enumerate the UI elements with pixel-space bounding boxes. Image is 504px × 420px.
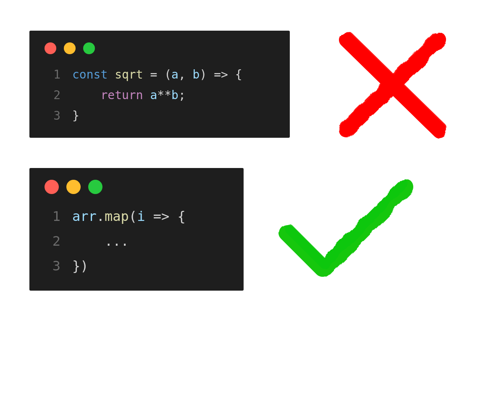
line-number: 1 [41, 64, 60, 85]
token-punct: . [97, 204, 105, 229]
token-punct: , [178, 64, 193, 85]
token-param: b [193, 64, 200, 85]
token-ellipsis: ... [105, 229, 129, 254]
code-line: 2 return a ** b ; [41, 85, 273, 105]
dot-max-icon [83, 42, 95, 54]
token-op: ** [157, 85, 171, 105]
check-icon [277, 171, 416, 288]
token-punct: ; [178, 85, 186, 105]
dot-min-icon [66, 180, 81, 194]
token-function: sqrt [115, 64, 143, 85]
example-row-correct: 1 arr . map ( i => { 2 ... 3 }) [0, 168, 504, 291]
example-row-wrong: 1 const sqrt = ( a , b ) => { 2 return a… [0, 25, 504, 143]
code-editor-correct: 1 arr . map ( i => { 2 ... 3 }) [29, 168, 244, 291]
token-punct: }) [72, 254, 89, 278]
line-number: 2 [41, 229, 60, 254]
dot-close-icon [45, 42, 56, 54]
token-param: a [171, 64, 178, 85]
token-keyword: return [100, 85, 150, 105]
token-punct: => { [145, 204, 185, 229]
token-ident: a [150, 85, 157, 105]
window-dots [45, 42, 273, 54]
mark-correct [277, 171, 416, 288]
code-line: 1 const sqrt = ( a , b ) => { [41, 64, 273, 85]
dot-max-icon [88, 180, 102, 194]
mark-wrong [323, 25, 462, 143]
token-punct: ( [129, 204, 137, 229]
code-line: 3 } [41, 105, 273, 126]
token-param: i [137, 204, 145, 229]
token-ident: arr [72, 204, 97, 229]
line-number: 1 [41, 204, 60, 229]
code-line: 3 }) [41, 254, 227, 278]
token-punct: ) => { [200, 64, 242, 85]
token-indent [72, 85, 100, 105]
line-number: 3 [41, 105, 60, 126]
token-keyword: const [72, 64, 115, 85]
window-dots [45, 180, 227, 194]
token-punct: = ( [143, 64, 171, 85]
dot-min-icon [64, 42, 76, 54]
token-function: map [105, 204, 129, 229]
token-punct: } [72, 105, 79, 126]
code-line: 1 arr . map ( i => { [41, 204, 227, 229]
line-number: 3 [41, 254, 60, 278]
cross-icon [330, 25, 456, 143]
token-indent [72, 229, 105, 254]
token-ident: b [171, 85, 178, 105]
line-number: 2 [41, 85, 60, 105]
dot-close-icon [45, 180, 59, 194]
code-editor-wrong: 1 const sqrt = ( a , b ) => { 2 return a… [29, 31, 290, 138]
code-line: 2 ... [41, 229, 227, 254]
